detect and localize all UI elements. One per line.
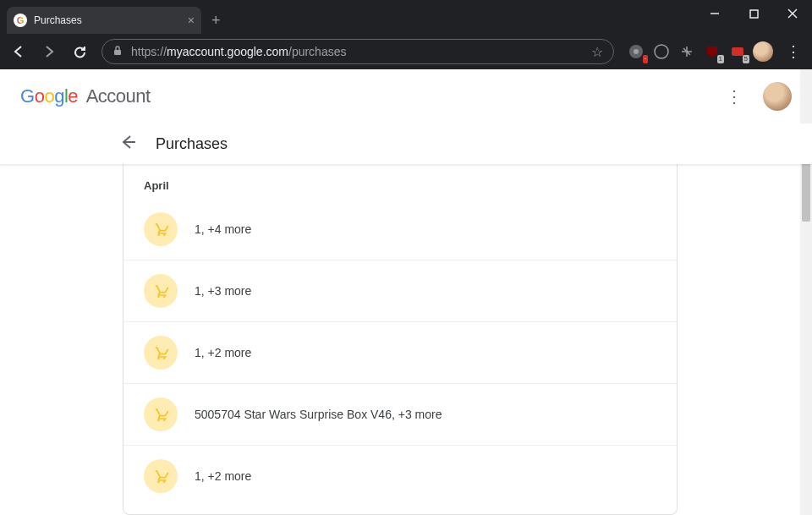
bookmark-star-icon[interactable]: ☆	[591, 44, 603, 60]
svg-point-22	[163, 480, 166, 483]
new-tab-button[interactable]: +	[211, 7, 221, 34]
svg-point-19	[157, 419, 160, 421]
google-favicon: G	[14, 14, 27, 27]
cart-icon	[144, 459, 178, 493]
svg-point-13	[157, 233, 160, 236]
page-viewport: Google Account ⋮ Purchases April 1, +4 m…	[0, 69, 812, 515]
svg-point-16	[163, 295, 166, 298]
purchase-row[interactable]: 5005704 Star Wars Surprise Box V46, +3 m…	[123, 383, 677, 445]
extension-badge: ·	[643, 55, 648, 63]
extension-icon[interactable]	[651, 41, 672, 62]
purchase-row[interactable]: 1, +4 more	[123, 199, 677, 260]
tab-close-icon[interactable]: ×	[188, 14, 195, 26]
purchase-label: 1, +2 more	[195, 346, 251, 359]
svg-rect-4	[114, 50, 121, 55]
purchase-label: 5005704 Star Wars Surprise Box V46, +3 m…	[195, 408, 442, 421]
account-avatar[interactable]	[763, 82, 792, 111]
browser-toolbar: https://myaccount.google.com/purchases ☆…	[0, 34, 812, 69]
purchase-label: 1, +3 more	[195, 284, 251, 298]
extension-badge: 5	[743, 55, 749, 63]
window-maximize-button[interactable]	[734, 0, 773, 27]
svg-point-18	[163, 357, 166, 359]
svg-point-7	[655, 45, 668, 58]
window-close-button[interactable]	[773, 0, 812, 27]
back-button[interactable]	[118, 133, 137, 156]
profile-avatar[interactable]	[753, 41, 773, 62]
lock-icon	[112, 45, 123, 58]
nav-back-button[interactable]	[5, 38, 32, 65]
page-title: Purchases	[156, 135, 228, 153]
purchase-row[interactable]: 1, +2 more	[123, 445, 677, 507]
svg-rect-11	[732, 47, 743, 56]
page-options-button[interactable]: ⋮	[726, 86, 743, 107]
window-minimize-button[interactable]	[695, 0, 734, 27]
chrome-menu-button[interactable]: ⋮	[780, 42, 807, 61]
cart-icon	[144, 212, 178, 246]
google-account-header: Google Account ⋮	[0, 69, 812, 123]
purchase-label: 1, +2 more	[195, 469, 251, 483]
browser-tab[interactable]: G Purchases ×	[7, 7, 201, 34]
browser-chrome: G Purchases × + https://myaccount.google…	[0, 0, 812, 69]
nav-forward-button[interactable]	[36, 38, 63, 65]
url-text: https://myaccount.google.com/purchases	[131, 45, 346, 58]
purchase-label: 1, +4 more	[195, 222, 251, 236]
address-bar[interactable]: https://myaccount.google.com/purchases ☆	[102, 39, 614, 64]
extension-icon[interactable]	[677, 41, 697, 62]
svg-point-17	[157, 357, 160, 359]
extension-ublock-icon[interactable]: 1	[702, 41, 722, 62]
purchase-row[interactable]: 1, +2 more	[123, 321, 677, 383]
svg-rect-1	[750, 10, 758, 18]
purchase-row[interactable]: 1, +3 more	[123, 260, 677, 321]
tab-title: Purchases	[34, 14, 181, 26]
svg-point-21	[157, 480, 160, 483]
cart-icon	[144, 336, 178, 370]
month-heading: April	[123, 164, 677, 199]
nav-reload-button[interactable]	[66, 38, 93, 65]
svg-point-15	[157, 295, 160, 298]
svg-point-14	[163, 233, 166, 236]
extension-icon[interactable]: ·	[626, 41, 646, 62]
extension-badge: 1	[717, 55, 724, 63]
tab-strip: G Purchases × +	[0, 0, 812, 34]
svg-point-6	[634, 49, 639, 54]
page-subheader: Purchases	[0, 123, 812, 164]
cart-icon	[144, 274, 178, 308]
svg-point-20	[163, 419, 166, 421]
extension-lastpass-icon[interactable]: 5	[727, 41, 748, 62]
google-logo: Google Account	[20, 85, 151, 107]
cart-icon	[144, 397, 178, 431]
purchases-card: April 1, +4 more1, +3 more1, +2 more5005…	[123, 164, 678, 515]
